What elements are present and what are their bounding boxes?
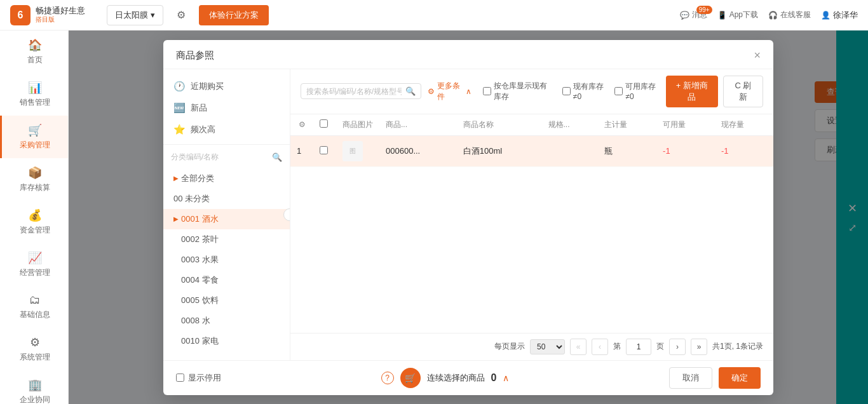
select-all-checkbox[interactable] xyxy=(320,119,328,128)
check-warehouse[interactable]: 按仓库显示现有库存 xyxy=(483,81,555,102)
add-product-button[interactable]: + 新增商品 xyxy=(666,76,718,107)
sidebar-label-inventory: 库存核算 xyxy=(20,182,50,193)
tree-label-all: 全部分类 xyxy=(181,173,214,184)
row-spec xyxy=(542,135,599,166)
category-search-icon[interactable]: 🔍 xyxy=(272,152,282,162)
page-number-input[interactable] xyxy=(626,339,651,355)
nav-recent[interactable]: 🕐 近期购买 xyxy=(163,76,290,97)
filter-arrow-icon: ∧ xyxy=(466,87,471,96)
app-download-label: App下载 xyxy=(729,10,758,20)
cart-button[interactable]: 🛒 xyxy=(400,368,421,388)
tree-item-0008[interactable]: 0008 水 xyxy=(163,311,290,331)
th-code[interactable]: 商品... xyxy=(379,114,457,136)
user-item[interactable]: 👤 徐泽华 xyxy=(821,10,858,21)
th-spec[interactable]: 规格... xyxy=(542,114,599,136)
sidebar-label-purchase: 采购管理 xyxy=(20,140,50,151)
per-page-select[interactable]: 50 10 20 100 xyxy=(530,339,565,354)
help-icon[interactable]: ? xyxy=(381,372,394,384)
app-download-item[interactable]: 📱 App下载 xyxy=(717,10,758,20)
th-checkbox xyxy=(313,114,336,136)
tree-item-0010[interactable]: 0010 家电 xyxy=(163,331,290,351)
sidebar-label-enterprise: 企业协同 xyxy=(20,394,50,404)
table-toolbar: 🔍 ⚙ 更多条件 ∧ 按仓库显示现有库存 xyxy=(290,69,773,114)
row-code: 000600... xyxy=(379,135,457,166)
check-usable[interactable]: 可用库存≠0 xyxy=(614,81,660,101)
sidebar-item-sales[interactable]: 📊 销售管理 xyxy=(0,73,68,116)
row-unit: 瓶 xyxy=(598,135,656,166)
modal-dialog: 商品参照 × 🕐 近期购买 🆕 新品 xyxy=(163,40,773,395)
category-search-input[interactable] xyxy=(171,152,268,161)
cancel-button[interactable]: 取消 xyxy=(669,367,712,389)
tree-label-0001: 0001 酒水 xyxy=(181,213,219,225)
sidebar-label-sales: 销售管理 xyxy=(20,97,50,108)
th-unit[interactable]: 主计量 xyxy=(598,114,656,136)
sidebar-item-basic[interactable]: 🗂 基础信息 xyxy=(0,286,68,328)
experience-button[interactable]: 体验行业方案 xyxy=(199,5,269,25)
check-usable-input[interactable] xyxy=(614,87,623,95)
product-search-input[interactable] xyxy=(306,87,402,96)
nav-dropdown[interactable]: 日太阳膜 ▾ xyxy=(107,5,163,25)
product-table: ⚙ 商品图片 商品... 商品名称 规格... 主计量 可用量 现存量 xyxy=(290,114,773,167)
tree-item-0003[interactable]: 0003 水果 xyxy=(163,250,290,270)
filter-icon: ⚙ xyxy=(428,87,435,96)
nav-frequent[interactable]: ⭐ 频次高 xyxy=(163,119,290,140)
search-icon[interactable]: 🔍 xyxy=(405,86,416,96)
tree-label-0005: 0005 饮料 xyxy=(181,295,219,306)
online-service-item[interactable]: 🎧 在线客服 xyxy=(768,10,811,20)
table-row[interactable]: 1 图 000600... 白酒100ml 瓶 xyxy=(290,135,773,166)
check-available-input[interactable] xyxy=(562,87,571,95)
check-warehouse-input[interactable] xyxy=(483,87,491,95)
th-name[interactable]: 商品名称 xyxy=(457,114,542,136)
check-available[interactable]: 现有库存≠0 xyxy=(562,81,607,101)
recent-icon: 🕐 xyxy=(173,81,186,92)
next-page-button[interactable]: › xyxy=(669,339,686,355)
footer-center: ? 🛒 连续选择的商品 0 ∧ xyxy=(381,368,510,388)
tree-item-0002[interactable]: 0002 茶叶 xyxy=(163,229,290,250)
sidebar-item-purchase[interactable]: 🛒 采购管理 xyxy=(0,116,68,158)
chevron-up-icon[interactable]: ∧ xyxy=(503,373,509,383)
tree-item-00[interactable]: 00 未分类 xyxy=(163,189,290,209)
tree-item-0001[interactable]: ▶ 0001 酒水 xyxy=(163,209,290,229)
business-icon: 📈 xyxy=(28,251,42,265)
confirm-button[interactable]: 确定 xyxy=(719,367,761,389)
tree-item-0005[interactable]: 0005 饮料 xyxy=(163,290,290,311)
nav-actions: ⚙ 体验行业方案 xyxy=(171,5,269,25)
nav-new[interactable]: 🆕 新品 xyxy=(163,97,290,119)
filter-more-button[interactable]: ⚙ 更多条件 ∧ xyxy=(428,81,471,102)
tree-label-00: 00 未分类 xyxy=(173,193,210,205)
pagination-bar: 每页显示 50 10 20 100 « ‹ 第 页 xyxy=(290,333,773,360)
prev-page-button[interactable]: ‹ xyxy=(592,339,608,355)
logo-icon: 6 xyxy=(10,5,31,25)
product-table-area: ⚙ 商品图片 商品... 商品名称 规格... 主计量 可用量 现存量 xyxy=(290,114,773,333)
sidebar-item-enterprise[interactable]: 🏢 企业协同 xyxy=(0,370,68,404)
tree-item-all[interactable]: ▶ 全部分类 xyxy=(163,168,290,189)
th-settings[interactable]: ⚙ xyxy=(290,114,313,136)
online-service-label: 在线客服 xyxy=(780,10,811,20)
row-select-checkbox[interactable] xyxy=(320,146,328,154)
category-search-box: 🔍 xyxy=(163,149,290,166)
sidebar-item-system[interactable]: ⚙ 系统管理 xyxy=(0,328,68,370)
tree-item-0004[interactable]: 0004 零食 xyxy=(163,270,290,290)
sidebar-item-business[interactable]: 📈 经营管理 xyxy=(0,243,68,286)
row-name: 白酒100ml xyxy=(457,135,542,166)
last-page-button[interactable]: » xyxy=(691,339,707,355)
filter-label: 更多条件 xyxy=(437,81,463,102)
modal-close-button[interactable]: × xyxy=(754,49,761,62)
nav-new-label: 新品 xyxy=(191,102,207,114)
show-disabled-checkbox[interactable]: 显示停用 xyxy=(176,372,221,384)
show-disabled-input[interactable] xyxy=(176,374,184,382)
row-stock: -1 xyxy=(715,135,773,166)
tree-label-0002: 0002 茶叶 xyxy=(181,234,219,245)
table-refresh-button[interactable]: C 刷新 xyxy=(723,76,763,107)
sidebar-item-inventory[interactable]: 📦 库存核算 xyxy=(0,158,68,201)
cart-count-badge: 0 xyxy=(491,372,497,384)
sidebar-item-finance[interactable]: 💰 资金管理 xyxy=(0,201,68,243)
sidebar-item-home[interactable]: 🏠 首页 xyxy=(0,30,68,73)
first-page-button[interactable]: « xyxy=(570,339,587,355)
topnav-right: 💬 消息 99+ 📱 App下载 🎧 在线客服 👤 徐泽华 xyxy=(680,10,858,21)
filter-conditions: 按仓库显示现有库存 现有库存≠0 可用库存≠0 xyxy=(483,81,660,102)
nav-frequent-label: 频次高 xyxy=(191,124,215,135)
gear-button[interactable]: ⚙ xyxy=(171,5,191,25)
notice-item[interactable]: 💬 消息 99+ xyxy=(680,10,707,20)
avatar-icon: 👤 xyxy=(821,11,831,20)
